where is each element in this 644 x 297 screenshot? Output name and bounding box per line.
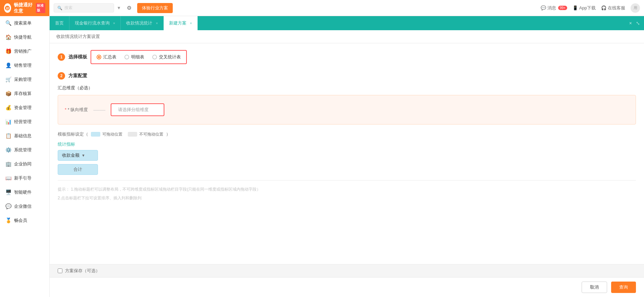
sidebar-label-member: 畅会员 — [14, 217, 27, 224]
sidebar-item-quick-nav[interactable]: 🏠 快捷导航 — [0, 30, 49, 44]
tab-new-scheme[interactable]: 新建方案 × — [164, 16, 198, 30]
step1-header: 1 选择模板 汇总表 明细表 交 — [58, 50, 636, 64]
dimension-section-label: 汇总维度（必选） — [58, 85, 636, 91]
cancel-button[interactable]: 取消 — [582, 282, 607, 293]
draggable-label: 可拖动位置 — [102, 132, 122, 137]
sidebar-item-marketing[interactable]: 🎁 营销推广 — [0, 44, 49, 58]
building-icon: 🏢 — [5, 161, 11, 167]
radio-detail[interactable]: 明细表 — [124, 54, 144, 60]
step1-number: 1 — [58, 53, 65, 61]
save-scheme-checkbox[interactable] — [58, 268, 62, 273]
sidebar-menu: 🔍 搜索菜单 🏠 快捷导航 🎁 营销推广 👤 销售管理 🛒 采购管理 📦 库存核… — [0, 16, 49, 297]
gift-icon: 🎁 — [5, 48, 11, 54]
radio-cross[interactable]: 交叉统计表 — [152, 54, 181, 60]
query-button[interactable]: 查询 — [611, 282, 636, 293]
radio-summary-label: 汇总表 — [103, 54, 116, 60]
topbar-dropdown-icon[interactable]: ▼ — [117, 5, 121, 10]
user-icon: 👤 — [5, 62, 11, 68]
home-icon: 🏠 — [5, 34, 11, 40]
chat-icon: 💬 — [5, 203, 11, 209]
tab-collection[interactable]: 收款情况统计 × — [121, 16, 163, 30]
metrics-amount-tag[interactable]: 收款金额 ▼ — [58, 150, 98, 161]
sidebar-item-enterprise[interactable]: 🏢 企业协同 — [0, 157, 49, 171]
sidebar-item-operations[interactable]: 📊 经营管理 — [0, 115, 49, 129]
step2-section: 2 方案配置 汇总维度（必选） * * 纵向维度 —— 请选择分组维度 — [58, 72, 636, 202]
save-scheme-label: 方案保存（可选） — [65, 268, 100, 274]
dimension-area: * * 纵向维度 —— 请选择分组维度 — [58, 95, 636, 125]
download-icon: 📱 — [573, 5, 578, 10]
bottom-action-bar: 取消 查询 — [50, 277, 644, 297]
sidebar-item-member[interactable]: 🏅 畅会员 — [0, 213, 49, 228]
radio-summary[interactable]: 汇总表 — [97, 54, 116, 60]
tab-home-label: 首页 — [55, 20, 64, 26]
topbar-search-box[interactable]: 🔍 搜索 — [54, 3, 114, 12]
non-draggable-label: 不可拖动位置 — [139, 132, 163, 137]
sidebar-label-guide: 新手引导 — [14, 175, 32, 181]
sidebar-label-inventory: 库存核算 — [14, 91, 32, 97]
messages-label: 消息 — [547, 5, 556, 11]
headset-icon: 🎧 — [601, 5, 606, 10]
box-icon: 📦 — [5, 91, 11, 97]
page-header: 收款情况统计方案设置 — [50, 30, 644, 43]
step2-number: 2 — [58, 72, 65, 80]
sidebar-item-sales[interactable]: 👤 销售管理 — [0, 58, 49, 72]
radio-cross-circle — [152, 55, 157, 59]
search-icon: 🔍 — [5, 20, 11, 26]
messages-button[interactable]: 💬 消息 99+ — [541, 5, 567, 11]
vertical-label-text: * 纵向维度 — [68, 107, 88, 112]
svg-text:好: 好 — [6, 7, 9, 10]
metrics-setting-label: 模板指标设定（ — [58, 131, 88, 137]
metrics-total: 合计 — [58, 164, 98, 175]
sidebar-logo: 好 畅捷通好生意 标准版 — [0, 0, 49, 16]
tab-collection-close[interactable]: × — [156, 21, 158, 25]
tab-bank-close[interactable]: × — [113, 21, 115, 25]
sidebar-item-inventory[interactable]: 📦 库存核算 — [0, 87, 49, 101]
tab-new-scheme-close[interactable]: × — [190, 21, 192, 25]
hint-1: 提示： 1.拖动标题栏可以调整布局，不可跨维度或指标区域拖动栏目字段(只能在同一… — [58, 186, 636, 193]
chart-icon: 📊 — [5, 119, 11, 125]
cart-icon: 🛒 — [5, 77, 11, 83]
logo-icon: 好 — [4, 3, 11, 13]
settings-button[interactable]: ⚙ — [124, 3, 135, 13]
tab-expand-icon[interactable]: ⤡ — [636, 20, 640, 26]
draggable-legend-box — [91, 132, 100, 137]
content-area: 收款情况统计方案设置 1 选择模板 汇总表 — [50, 30, 644, 297]
sidebar-item-system[interactable]: ⚙️ 系统管理 — [0, 143, 49, 157]
page-footer: 方案保存（可选） — [50, 264, 644, 277]
tab-new-scheme-label: 新建方案 — [169, 20, 186, 26]
avatar-text: 用 — [634, 5, 637, 10]
edition-badge: 标准版 — [36, 3, 45, 13]
dimension-select[interactable]: 请选择分组维度 — [111, 103, 164, 116]
form-container: 1 选择模板 汇总表 明细表 交 — [50, 43, 644, 264]
sidebar-item-hardware[interactable]: 🖥️ 智能硬件 — [0, 185, 49, 199]
legend-draggable: 可拖动位置 — [91, 132, 122, 137]
message-icon: 💬 — [541, 5, 546, 10]
app-name: 畅捷通好生意 — [14, 2, 35, 14]
sidebar-item-finance[interactable]: 💰 资金管理 — [0, 101, 49, 115]
tab-collection-label: 收款情况统计 — [126, 20, 152, 26]
metrics-header-close: ） — [166, 131, 170, 137]
topbar-search-icon: 🔍 — [57, 6, 62, 10]
sidebar-item-wechat[interactable]: 💬 企业微信 — [0, 199, 49, 213]
download-button[interactable]: 📱 App下载 — [573, 5, 596, 11]
user-avatar[interactable]: 用 — [631, 3, 640, 13]
dimension-config: 汇总维度（必选） * * 纵向维度 —— 请选择分组维度 — [58, 85, 636, 175]
support-button[interactable]: 🎧 在线客服 — [601, 5, 625, 11]
vertical-dimension-label: * * 纵向维度 — [65, 107, 88, 113]
tab-home[interactable]: 首页 — [50, 16, 69, 30]
industry-solution-button[interactable]: 体验行业方案 — [137, 3, 173, 13]
sidebar-item-search[interactable]: 🔍 搜索菜单 — [0, 16, 49, 30]
sidebar: 好 畅捷通好生意 标准版 🔍 搜索菜单 🏠 快捷导航 🎁 营销推广 👤 销售管理… — [0, 0, 50, 297]
support-label: 在线客服 — [608, 5, 625, 11]
radio-detail-label: 明细表 — [131, 54, 144, 60]
sidebar-item-purchase[interactable]: 🛒 采购管理 — [0, 72, 49, 87]
radio-summary-circle — [97, 55, 101, 59]
sidebar-label-wechat: 企业微信 — [14, 203, 32, 209]
sidebar-item-basic-info[interactable]: 📋 基础信息 — [0, 129, 49, 143]
template-options-group: 汇总表 明细表 交叉统计表 — [91, 50, 187, 64]
sidebar-item-guide[interactable]: 📖 新手引导 — [0, 171, 49, 185]
sidebar-label-purchase: 采购管理 — [14, 77, 32, 83]
step2-header: 2 方案配置 — [58, 72, 636, 80]
tab-close-all-icon[interactable]: × — [629, 20, 632, 26]
tab-bank[interactable]: 现金银行流水查询 × — [69, 16, 121, 30]
